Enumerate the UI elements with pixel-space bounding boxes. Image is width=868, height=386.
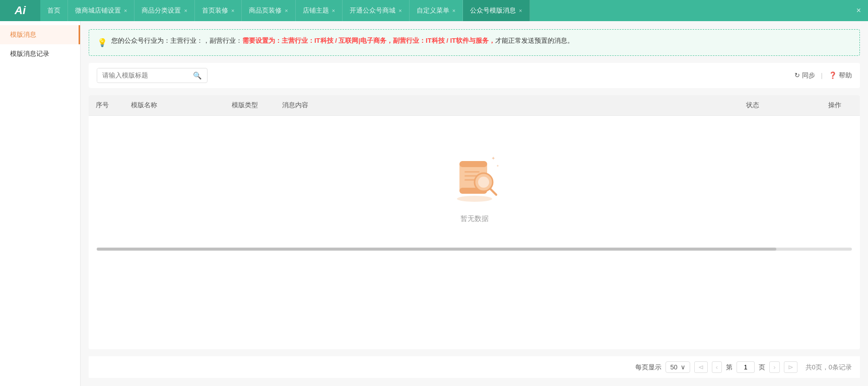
- empty-state: ✦ ✦ 暂无数据: [89, 116, 860, 244]
- tab-bar: 首页微商城店铺设置×商品分类设置×首页装修×商品页装修×店铺主题×开通公众号商城…: [40, 0, 849, 21]
- last-page-button[interactable]: ⊳: [784, 361, 797, 373]
- empty-icon: ✦ ✦: [444, 146, 505, 206]
- svg-rect-5: [464, 175, 477, 177]
- notice-icon: 💡: [97, 36, 107, 49]
- top-nav: Ai 首页微商城店铺设置×商品分类设置×首页装修×商品页装修×店铺主题×开通公众…: [0, 0, 868, 21]
- tab-open-mall[interactable]: 开通公众号商城×: [343, 0, 409, 21]
- prev-page-button[interactable]: ‹: [712, 361, 722, 373]
- col-header-action: 操作: [810, 95, 860, 116]
- horizontal-scrollbar[interactable]: [89, 244, 860, 255]
- tab-home[interactable]: 首页: [40, 0, 68, 21]
- close-all-button[interactable]: ×: [849, 6, 868, 15]
- data-table: 序号 模版名称 模版类型 消息内容 状态 操作: [89, 95, 860, 244]
- data-table-wrap: 序号 模版名称 模版类型 消息内容 状态 操作: [89, 95, 860, 349]
- tab-home-decor[interactable]: 首页装修×: [195, 0, 242, 21]
- tab-template-msg[interactable]: 公众号模版消息×: [463, 0, 529, 21]
- svg-rect-4: [464, 171, 480, 173]
- tab-custom-menu[interactable]: 自定义菜单×: [410, 0, 463, 21]
- pagination: 每页显示 50 ∨ ⊲ ‹ 第 页 › ⊳ 共0页，0条记录: [89, 356, 860, 378]
- toolbar-divider: |: [821, 71, 823, 79]
- current-page-input[interactable]: [737, 361, 755, 373]
- col-header-content: 消息内容: [275, 95, 739, 116]
- tab-close-shop-theme[interactable]: ×: [332, 8, 335, 14]
- logo: Ai: [0, 0, 40, 21]
- search-input-wrap: 🔍: [97, 68, 208, 83]
- page-size-value: 50: [670, 363, 677, 371]
- tab-close-product-decor[interactable]: ×: [285, 8, 288, 14]
- col-header-type: 模版类型: [225, 95, 275, 116]
- total-text: 共0页，0条记录: [806, 363, 852, 372]
- content-area: 💡 您的公众号行业为：主营行业：，副营行业：需要设置为：主营行业：IT科技 / …: [81, 21, 868, 386]
- sync-icon: ↻: [794, 71, 800, 79]
- svg-point-0: [457, 196, 492, 202]
- notice-text: 您的公众号行业为：主营行业：，副营行业：需要设置为：主营行业：IT科技 / 互联…: [111, 36, 574, 46]
- tab-shop-settings[interactable]: 微商城店铺设置×: [68, 0, 135, 21]
- sync-button[interactable]: ↻ 同步: [794, 71, 815, 80]
- col-header-name: 模版名称: [124, 95, 225, 116]
- tab-close-home-decor[interactable]: ×: [231, 8, 234, 14]
- tab-category-settings[interactable]: 商品分类设置×: [135, 0, 194, 21]
- page-size-select[interactable]: 50 ∨: [665, 361, 690, 373]
- tab-close-template-msg[interactable]: ×: [519, 8, 522, 14]
- search-input[interactable]: [97, 68, 188, 82]
- tab-shop-theme[interactable]: 店铺主题×: [296, 0, 343, 21]
- col-header-seq: 序号: [89, 95, 124, 116]
- table-header: 序号 模版名称 模版类型 消息内容 状态 操作: [89, 95, 860, 116]
- sidebar: 模版消息模版消息记录: [0, 21, 81, 386]
- page-size-chevron: ∨: [681, 363, 686, 371]
- tab-product-decor[interactable]: 商品页装修×: [242, 0, 295, 21]
- tab-close-category-settings[interactable]: ×: [184, 8, 187, 14]
- svg-text:✦: ✦: [491, 156, 495, 161]
- svg-point-8: [478, 177, 489, 188]
- col-header-status: 状态: [739, 95, 810, 116]
- first-page-button[interactable]: ⊲: [694, 361, 708, 373]
- svg-rect-2: [459, 161, 487, 167]
- table-body: ✦ ✦ 暂无数据: [89, 115, 860, 244]
- toolbar-right: ↻ 同步 | ❓ 帮助: [794, 71, 852, 80]
- page-suffix: 页: [759, 363, 765, 372]
- search-button[interactable]: 🔍: [188, 68, 207, 83]
- help-button[interactable]: ❓ 帮助: [829, 71, 852, 80]
- search-row: 🔍 ↻ 同步 | ❓ 帮助: [89, 63, 860, 88]
- scroll-track[interactable]: [97, 248, 852, 251]
- tab-close-custom-menu[interactable]: ×: [452, 8, 455, 14]
- page-label: 第: [726, 363, 732, 372]
- page-size-label: 每页显示: [635, 363, 661, 372]
- empty-text: 暂无数据: [460, 214, 489, 223]
- next-page-button[interactable]: ›: [769, 361, 779, 373]
- help-icon: ❓: [829, 71, 837, 79]
- svg-text:✦: ✦: [496, 164, 499, 168]
- sidebar-item-template-msg[interactable]: 模版消息: [0, 25, 80, 44]
- sidebar-item-template-record[interactable]: 模版消息记录: [0, 44, 80, 63]
- svg-line-9: [490, 189, 496, 195]
- tab-close-open-mall[interactable]: ×: [398, 8, 402, 14]
- main-layout: 模版消息模版消息记录 💡 您的公众号行业为：主营行业：，副营行业：需要设置为：主…: [0, 21, 868, 386]
- scroll-thumb[interactable]: [97, 248, 776, 251]
- notice-banner: 💡 您的公众号行业为：主营行业：，副营行业：需要设置为：主营行业：IT科技 / …: [89, 29, 860, 56]
- tab-close-shop-settings[interactable]: ×: [124, 8, 127, 14]
